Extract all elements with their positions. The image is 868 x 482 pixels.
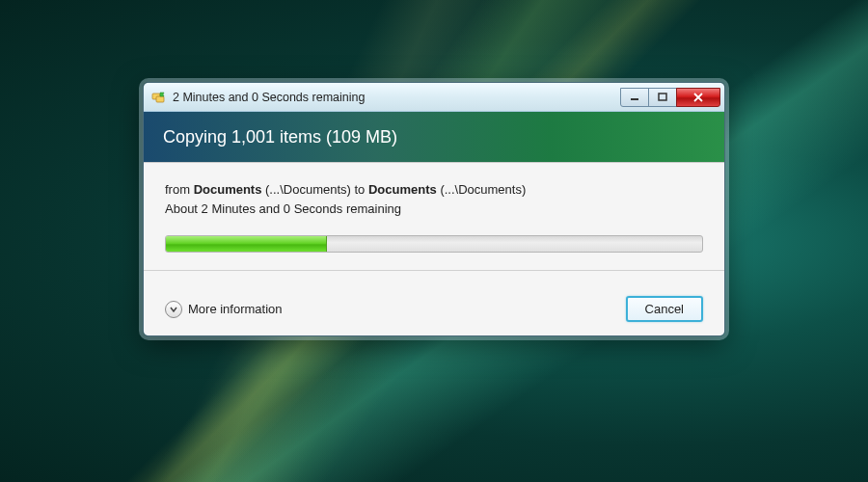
transfer-path-line: from Documents (...\Documents) to Docume… — [165, 180, 703, 200]
more-information-toggle[interactable]: More information — [165, 301, 283, 318]
copy-dialog: 2 Minutes and 0 Seconds remaining Copyin… — [143, 82, 725, 336]
more-information-label: More information — [188, 302, 283, 316]
cancel-button[interactable]: Cancel — [626, 296, 703, 322]
eta-line: About 2 Minutes and 0 Seconds remaining — [165, 200, 703, 219]
dialog-content: from Documents (...\Documents) to Docume… — [144, 162, 724, 335]
svg-rect-1 — [156, 96, 164, 102]
maximize-button[interactable] — [648, 88, 677, 107]
window-title: 2 Minutes and 0 Seconds remaining — [173, 91, 621, 104]
minimize-button[interactable] — [620, 88, 649, 107]
operation-text: Copying 1,001 items (109 MB) — [163, 127, 397, 147]
copy-folders-icon — [151, 90, 167, 105]
svg-rect-3 — [659, 94, 666, 100]
operation-header: Copying 1,001 items (109 MB) — [144, 112, 724, 162]
to-label: to — [355, 182, 368, 197]
progress-bar — [165, 235, 703, 253]
divider — [144, 270, 724, 271]
from-path: (...\Documents) — [261, 182, 354, 197]
from-label: from — [165, 182, 194, 197]
to-folder: Documents — [368, 182, 437, 197]
chevron-down-icon — [165, 301, 182, 318]
from-folder: Documents — [194, 182, 262, 197]
svg-rect-2 — [631, 98, 638, 100]
close-button[interactable] — [676, 88, 720, 107]
titlebar[interactable]: 2 Minutes and 0 Seconds remaining — [144, 83, 724, 112]
to-path: (...\Documents) — [437, 182, 526, 197]
window-controls — [621, 88, 720, 107]
dialog-footer: More information Cancel — [165, 296, 703, 322]
progress-fill — [166, 236, 327, 252]
